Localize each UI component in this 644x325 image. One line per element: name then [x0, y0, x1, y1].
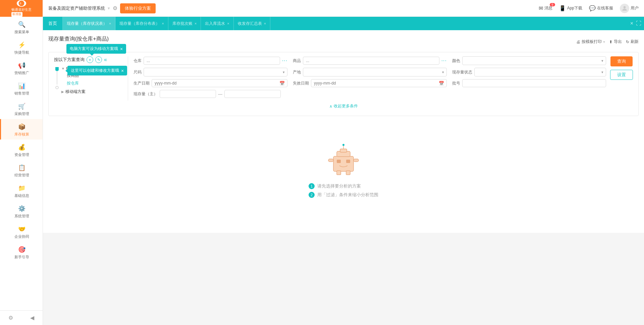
- sidebar-item-marketing[interactable]: 📢 营销推广: [0, 58, 43, 78]
- exp-date-calendar-icon[interactable]: 📅: [439, 81, 444, 86]
- sidebar-item-sales[interactable]: 📊 销售管理: [0, 78, 43, 99]
- tab-batch-account[interactable]: 库存批次账 ×: [168, 17, 201, 30]
- logo-badge: 标准版: [11, 12, 22, 17]
- stock-status-label: 现存量状态: [452, 69, 472, 75]
- batch-input[interactable]: [462, 79, 606, 87]
- sidebar-item-basics[interactable]: 📁 基础信息: [0, 180, 43, 201]
- collapse-more-btn[interactable]: ∧ 收起更多条件: [54, 101, 633, 112]
- back-arrow-btn[interactable]: «: [104, 57, 107, 63]
- industry-btn[interactable]: 体验行业方案: [120, 3, 156, 13]
- filter-section: 按以下方案查询 + 电脑方案可设为移动方案哦 ×: [48, 52, 639, 116]
- tab-close-all-btn[interactable]: ×: [630, 20, 633, 26]
- tooltip-arrow-down: [90, 54, 94, 56]
- stock-status-select-wrap: [474, 68, 606, 76]
- stock-main-max-input[interactable]: [224, 90, 281, 98]
- filter-header: 按以下方案查询 + 电脑方案可设为移动方案哦 ×: [54, 56, 128, 63]
- message-action[interactable]: ✉ 消息 9: [539, 5, 552, 11]
- sidebar-item-guide[interactable]: 🎯 新手引导: [0, 242, 43, 262]
- logo-text: 畅通道好生意 标准版: [11, 7, 32, 17]
- app-download-action[interactable]: 📱 App下载: [559, 5, 582, 11]
- origin-field: 产地: [293, 68, 447, 76]
- mfg-date-calendar-icon[interactable]: 📅: [279, 81, 285, 86]
- print-btn[interactable]: 🖨 按模板打印 ▾: [576, 39, 605, 45]
- add-scheme-btn[interactable]: +: [87, 56, 93, 63]
- tooltip-edit-wrap: 这里可以创建和修改方案哦 ×: [67, 66, 127, 75]
- sidebar-item-operations[interactable]: 📋 经营管理: [0, 160, 43, 180]
- connector-bottom-dot: [55, 85, 59, 89]
- tab-close-icon[interactable]: ×: [264, 21, 266, 25]
- sidebar-item-collab[interactable]: 🤝 企业协同: [0, 221, 43, 242]
- mobile-scheme-label[interactable]: 移动端方案: [65, 89, 86, 95]
- size-select-wrap: [144, 68, 287, 76]
- online-service-action[interactable]: 💬 在线客服: [589, 5, 613, 11]
- filter-row-2: 尺码 产地: [133, 68, 606, 76]
- svg-point-4: [56, 86, 58, 89]
- topbar-settings-icon[interactable]: ⚙: [113, 5, 117, 11]
- tab-flow[interactable]: 出入库流水 ×: [201, 17, 233, 30]
- sidebar-collapse-btn[interactable]: ◀: [30, 315, 34, 321]
- sidebar-nav: 🔍 搜索菜单 ⚡ 快捷导航 📢 营销推广 📊 销售管理 🛒 采购管理 📦 库存核…: [0, 17, 43, 310]
- color-select[interactable]: [462, 56, 606, 65]
- tooltip-edit-close[interactable]: ×: [121, 68, 124, 73]
- tab-close-icon[interactable]: ×: [195, 21, 197, 25]
- empty-illustration: [327, 143, 360, 176]
- tab-close-icon[interactable]: ×: [162, 21, 164, 25]
- sidebar-item-search[interactable]: 🔍 搜索菜单: [0, 17, 43, 37]
- refresh-btn[interactable]: ↻ 刷新: [626, 39, 639, 45]
- sidebar-item-finance[interactable]: 💰 资金管理: [0, 140, 43, 160]
- sidebar-settings-btn[interactable]: ⚙: [8, 315, 13, 321]
- origin-select[interactable]: [303, 68, 447, 76]
- sidebar-item-quicknav[interactable]: ⚡ 快捷导航: [0, 37, 43, 58]
- mfg-date-input[interactable]: [152, 79, 287, 87]
- tab-inventory-status[interactable]: 现存量（库存状况表） ×: [63, 17, 115, 30]
- goods-dots-menu[interactable]: ···: [441, 58, 447, 64]
- filter-header-row: 按以下方案查询 + 电脑方案可设为移动方案哦 ×: [54, 56, 633, 101]
- size-select[interactable]: [144, 68, 287, 76]
- user-action[interactable]: 用户: [620, 4, 639, 13]
- message-icon: ✉: [539, 5, 543, 11]
- guide-icon: 🎯: [18, 246, 25, 253]
- warehouse-dots-menu[interactable]: ···: [282, 58, 287, 64]
- tab-inventory-dist[interactable]: 现存量（库存分布表） ×: [115, 17, 168, 30]
- step-text-1: 请先选择要分析的方案: [317, 183, 361, 189]
- tab-inventory-status-label: 现存量（库存状况表）: [67, 21, 107, 26]
- edit-scheme-btn[interactable]: ✎: [95, 56, 102, 63]
- query-btn[interactable]: 查询: [610, 56, 633, 66]
- goods-label: 商品: [293, 58, 301, 64]
- filter-form: 仓库 ··· 商品 ···: [128, 56, 606, 101]
- stock-main-min-input[interactable]: [160, 90, 216, 98]
- tab-home-label: 首页: [48, 20, 57, 26]
- purchase-icon: 🛒: [18, 103, 25, 110]
- empty-state: 1 请先选择要分析的方案 2 用「过滤」条件来缩小分析范围: [48, 116, 639, 227]
- tab-close-icon[interactable]: ×: [227, 21, 229, 25]
- sidebar-item-purchase[interactable]: 🛒 采购管理: [0, 99, 43, 119]
- refresh-btn-label: 刷新: [631, 39, 639, 45]
- tabbar-actions: × ⛶: [630, 20, 644, 26]
- basics-icon: 📁: [18, 184, 25, 192]
- tooltip-add-text: 电脑方案可设为移动方案哦: [70, 46, 118, 52]
- tab-expand-btn[interactable]: ⛶: [636, 20, 641, 26]
- logo-icon: 6: [17, 0, 26, 7]
- sidebar-footer: ⚙ ◀: [0, 310, 43, 325]
- export-btn[interactable]: ⬆ 导出: [609, 39, 622, 45]
- set-btn[interactable]: 设置: [610, 70, 633, 80]
- connector-dot: [55, 67, 59, 70]
- tab-home[interactable]: 首页: [43, 17, 63, 30]
- scheme-sub-item-2[interactable]: 按仓库: [67, 80, 86, 87]
- sidebar-item-inventory[interactable]: 📦 库存核算: [0, 119, 43, 140]
- warehouse-input[interactable]: [144, 57, 280, 65]
- range-sep: —: [218, 92, 222, 97]
- stock-status-select[interactable]: [474, 68, 606, 76]
- step-num-2: 2: [309, 192, 315, 198]
- exp-date-label: 失效日期: [293, 80, 309, 86]
- mfg-date-label: 生产日期: [133, 80, 150, 86]
- print-btn-label: 按模板打印: [582, 39, 602, 45]
- exp-date-input[interactable]: [311, 79, 447, 87]
- tab-summary[interactable]: 收发存汇总表 ×: [234, 17, 270, 30]
- tab-close-icon[interactable]: ×: [109, 21, 111, 25]
- sidebar-item-system[interactable]: ⚙️ 系统管理: [0, 201, 43, 221]
- system-icon: ⚙️: [18, 205, 25, 212]
- service-icon: 💬: [589, 5, 596, 11]
- goods-input[interactable]: [303, 57, 439, 65]
- tooltip-add-close[interactable]: ×: [120, 46, 123, 52]
